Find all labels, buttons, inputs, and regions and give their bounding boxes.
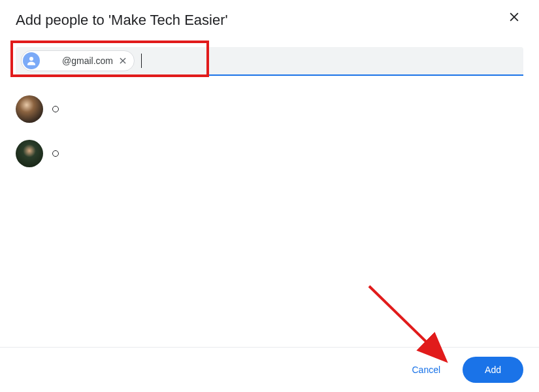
dialog-footer: Cancel Add <box>0 347 539 392</box>
avatar <box>16 140 43 167</box>
x-icon <box>118 56 127 65</box>
people-input-container[interactable]: @gmail.com <box>16 47 523 76</box>
people-text-input[interactable] <box>142 52 518 70</box>
suggestion-list <box>16 95 523 167</box>
close-icon <box>508 10 521 24</box>
chip-remove-button[interactable] <box>117 55 129 67</box>
svg-point-0 <box>29 57 33 61</box>
status-indicator <box>52 106 59 112</box>
dialog-title: Add people to 'Make Tech Easier' <box>16 12 228 29</box>
person-icon <box>23 52 40 69</box>
avatar <box>16 95 43 123</box>
close-button[interactable] <box>505 8 523 26</box>
add-button[interactable]: Add <box>463 357 523 383</box>
chip-email-text: @gmail.com <box>44 56 113 66</box>
cancel-button[interactable]: Cancel <box>401 358 451 382</box>
suggestion-item[interactable] <box>16 95 523 123</box>
email-chip[interactable]: @gmail.com <box>21 50 135 71</box>
status-indicator <box>52 150 59 157</box>
suggestion-item[interactable] <box>16 140 523 167</box>
